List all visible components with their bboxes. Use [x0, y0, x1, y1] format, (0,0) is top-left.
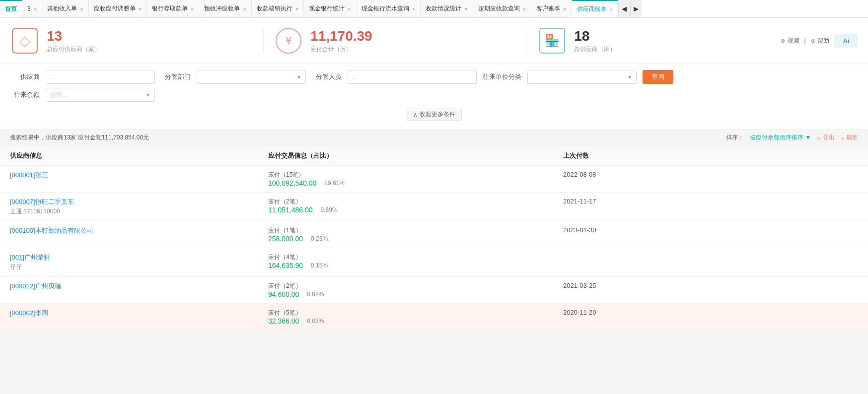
- payable-cell: 应付（5笔）32,366.000.03%: [268, 309, 563, 325]
- result-bar: 搜索结果中，供应商13家 应付金额111,703,854.00元 排序： 按应付…: [0, 130, 868, 146]
- sort-bar: 排序： 按应付余额倒序排序 ▼ ○ 导出 ○ 刷新: [726, 133, 858, 142]
- total-suppliers-info: 18 总供应商（家）: [574, 28, 616, 54]
- payable-suppliers-number: 13: [47, 28, 100, 45]
- table-header: 供应商信息 应付交易信息（占比） 上次付数: [0, 146, 868, 166]
- payable-amount[interactable]: 164,635.90: [268, 262, 303, 269]
- total-suppliers-number: 18: [574, 28, 616, 45]
- nav-tab-bank[interactable]: 银行存取款单 ×: [147, 0, 199, 18]
- nav-tab-collect-stat-label: 收款情况统计: [426, 4, 461, 13]
- balance-select[interactable]: 选择... ▼: [46, 88, 155, 102]
- nav-tab-other-income-close[interactable]: ×: [80, 6, 83, 12]
- nav-tab-3[interactable]: 3 ×: [22, 0, 42, 18]
- stat-payable-total: 11,170.39 应付合计（万）: [274, 26, 517, 56]
- nav-tab-collect-stat[interactable]: 收款情况统计 ×: [421, 0, 473, 18]
- nav-tab-collect[interactable]: 收款核销执行 ×: [252, 0, 304, 18]
- nav-tab-cash-flow-close[interactable]: ×: [412, 6, 415, 12]
- export-button[interactable]: ○ 导出: [817, 133, 834, 142]
- table-area: 供应商信息 应付交易信息（占比） 上次付数 [000001]张三应付（15笔）1…: [0, 146, 868, 330]
- result-summary: 搜索结果中，供应商13家 应付金额111,703,854.00元: [10, 133, 149, 142]
- balance-label: 往来余额: [10, 90, 40, 99]
- payable-suppliers-info: 13 总应付供应商（家）: [47, 28, 100, 54]
- help-video[interactable]: ⊙ 视频: [781, 37, 799, 45]
- supplier-link[interactable]: [000001]张三: [10, 171, 48, 179]
- nav-tab-cash-stat-close[interactable]: ×: [348, 6, 351, 12]
- payable-pct: 9.89%: [321, 206, 338, 213]
- nav-tab-bank-close[interactable]: ×: [191, 6, 194, 12]
- nav-tab-other-income[interactable]: 其他收入单 ×: [42, 0, 88, 18]
- table-body: [000001]张三应付（15笔）100,092,540.0089.61%202…: [0, 166, 868, 330]
- total-suppliers-icon: [537, 26, 567, 56]
- payable-amount[interactable]: 11,051,486.00: [268, 206, 313, 214]
- filter-row-1: 供应商 ... 分管部门 ▼ 分管人员 ... 往来单位分类 ▼ 查询: [10, 70, 858, 84]
- supplier-link[interactable]: [001]广州荣轩: [10, 254, 50, 261]
- supplier-label: 供应商: [10, 72, 40, 81]
- payable-pct: 0.08%: [307, 291, 324, 298]
- help-divider: |: [804, 37, 806, 44]
- refresh-button[interactable]: ○ 刷新: [841, 133, 858, 142]
- sort-select[interactable]: 按应付余额倒序排序 ▼: [750, 133, 811, 142]
- payable-label: 应付（2笔）: [268, 197, 563, 206]
- table-row: [000007]恒旺二手叉车王通 17106110000应付（2笔）11,051…: [0, 193, 868, 221]
- payable-label: 应付（4笔）: [268, 253, 563, 262]
- nav-tab-supplier-label: 供应商账本: [577, 5, 607, 13]
- nav-tab-collect-stat-close[interactable]: ×: [464, 6, 467, 12]
- supplier-input[interactable]: ...: [46, 70, 155, 84]
- nav-tab-adjust-close[interactable]: ×: [139, 6, 142, 12]
- nav-tab-customer-close[interactable]: ×: [563, 6, 566, 12]
- nav-tab-adjust[interactable]: 应收应付调整单 ×: [89, 0, 147, 18]
- stat-total-suppliers: 18 总供应商（家）: [537, 26, 781, 56]
- nav-tab-3-close[interactable]: ×: [34, 6, 37, 12]
- payable-total-label: 应付合计（万）: [310, 45, 372, 54]
- nav-tab-overdue[interactable]: 超期应收款查询 ×: [473, 0, 531, 18]
- payable-suppliers-icon: [10, 26, 40, 56]
- nav-tab-supplier[interactable]: 供应商账本 ×: [572, 0, 618, 18]
- filter-row-2: 往来余额 选择... ▼: [10, 88, 858, 102]
- table-row: [001]广州荣轩仔仔应付（4笔）164,635.900.15%: [0, 248, 868, 277]
- dept-select[interactable]: ▼: [197, 70, 306, 84]
- supplier-cell: [000100]本特勤油品有限公司: [10, 226, 268, 235]
- payable-amount[interactable]: 100,092,540.00: [268, 179, 316, 187]
- payable-cell: 应付（15笔）100,092,540.0089.61%: [268, 171, 563, 187]
- nav-prev-arrow[interactable]: ◀: [618, 0, 630, 18]
- nav-tab-overdue-label: 超期应收款查询: [478, 4, 520, 13]
- supplier-link[interactable]: [000007]恒旺二手叉车: [10, 198, 74, 205]
- query-button[interactable]: 查询: [643, 70, 673, 84]
- nav-tab-prepay[interactable]: 预收冲应收单 ×: [199, 0, 251, 18]
- nav-tab-customer-label: 客户账本: [536, 4, 560, 13]
- payable-amount[interactable]: 94,600.00: [268, 290, 299, 298]
- supplier-cell: [000002]李四: [10, 309, 268, 318]
- nav-tab-customer[interactable]: 客户账本 ×: [531, 0, 572, 18]
- sort-value: 按应付余额倒序排序: [750, 134, 803, 141]
- unit-class-select[interactable]: ▼: [527, 70, 637, 84]
- export-label: 导出: [823, 133, 835, 142]
- supplier-cell: [000007]恒旺二手叉车王通 17106110000: [10, 197, 268, 216]
- supplier-cell: [000001]张三: [10, 171, 268, 180]
- col-lastpay-header: 上次付数: [563, 151, 858, 160]
- nav-tab-overdue-close[interactable]: ×: [523, 6, 526, 12]
- nav-tab-3-label: 3: [27, 5, 31, 12]
- payable-amount[interactable]: 258,000.00: [268, 235, 303, 243]
- payable-amount[interactable]: 32,366.00: [268, 317, 299, 325]
- balance-arrow: ▼: [145, 92, 150, 98]
- supplier-link[interactable]: [000100]本特勤油品有限公司: [10, 227, 93, 234]
- payable-row: 94,600.000.08%: [268, 290, 563, 298]
- balance-placeholder: 选择...: [50, 91, 67, 99]
- nav-tab-cash-stat[interactable]: 现金银行统计 ×: [304, 0, 356, 18]
- nav-tab-collect-close[interactable]: ×: [295, 6, 298, 12]
- ai-button[interactable]: Ai: [834, 34, 858, 48]
- nav-tab-home-label: 首页: [5, 5, 17, 13]
- help-link[interactable]: ⊙ 帮助: [811, 37, 829, 45]
- nav-tab-home[interactable]: 首页: [0, 0, 22, 18]
- person-input[interactable]: ...: [348, 70, 477, 84]
- stat-payable-suppliers: 13 总应付供应商（家）: [10, 26, 253, 56]
- nav-next-arrow[interactable]: ▶: [630, 0, 642, 18]
- nav-tab-cash-flow[interactable]: 现金银行流水查询 ×: [357, 0, 421, 18]
- nav-tab-supplier-close[interactable]: ×: [610, 6, 613, 12]
- supplier-link[interactable]: [000002]李四: [10, 309, 48, 317]
- nav-tab-prepay-close[interactable]: ×: [243, 6, 246, 12]
- unit-class-arrow: ▼: [627, 74, 632, 80]
- supplier-link[interactable]: [000012]广州贝瑞: [10, 282, 61, 290]
- collapse-button[interactable]: ∧ 收起更多条件: [407, 108, 462, 121]
- supplier-cell: [000012]广州贝瑞: [10, 282, 268, 291]
- collapse-arrow: ∧: [413, 111, 418, 118]
